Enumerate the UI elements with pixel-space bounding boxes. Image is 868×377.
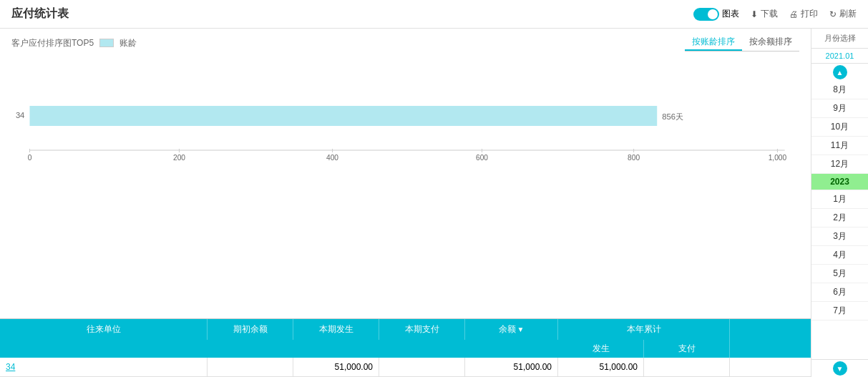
th-qichu: 期初余额 — [208, 319, 293, 340]
cell-nian-fasheng: 51,000.00 — [558, 358, 644, 376]
month-item[interactable]: 11月 — [811, 137, 868, 155]
chart-svg-wrap: 34 856天 0 200 400 600 800 1,000 — [0, 54, 811, 318]
month-item[interactable]: 9月 — [811, 99, 868, 118]
chart-toggle[interactable] — [693, 8, 719, 21]
month-item[interactable]: 3月 — [811, 227, 868, 246]
bar-chart: 34 856天 0 200 400 600 800 1,000 — [11, 57, 799, 172]
print-icon: 🖨 — [789, 9, 798, 19]
chart-header: 客户应付排序图TOP5 账龄 按账龄排序 按余额排序 — [0, 29, 811, 54]
print-button[interactable]: 🖨 打印 — [789, 8, 818, 20]
svg-text:1,000: 1,000 — [769, 154, 787, 162]
refresh-icon: ↻ — [829, 9, 837, 19]
table-area: 往来单位 期初余额 本期发生 本期支付 余额 ▼ — [0, 318, 811, 377]
month-item[interactable]: 8月 — [811, 81, 868, 99]
th-benqi-fasheng: 本期发生 — [293, 319, 379, 340]
month-item[interactable]: 1月 — [811, 190, 868, 209]
chart-area: 客户应付排序图TOP5 账龄 按账龄排序 按余额排序 34 856天 — [0, 29, 811, 377]
cell-benqi-zhifu — [379, 358, 465, 376]
download-icon: ⬇ — [751, 9, 758, 19]
print-label: 打印 — [801, 8, 818, 20]
nav-down-button[interactable]: ▼ — [833, 361, 847, 376]
sort-tabs: 按账龄排序 按余额排序 — [685, 34, 799, 52]
legend-box — [99, 39, 114, 47]
svg-text:800: 800 — [628, 154, 640, 162]
header: 应付统计表 图表 ⬇ 下载 🖨 打印 ↻ 刷新 — [0, 0, 868, 29]
svg-text:34: 34 — [16, 111, 24, 119]
month-item[interactable]: 12月 — [811, 155, 868, 174]
svg-text:400: 400 — [326, 154, 338, 162]
legend-box-label: 账龄 — [120, 37, 137, 49]
download-button[interactable]: ⬇ 下载 — [751, 8, 778, 20]
sidebar-title: 月份选择 — [811, 29, 868, 49]
main-content: 客户应付排序图TOP5 账龄 按账龄排序 按余额排序 34 856天 — [0, 29, 868, 377]
month-item[interactable]: 4月 — [811, 246, 868, 265]
th-nian-fasheng: 发生 — [558, 340, 644, 358]
table-row: 34 51,000.00 51,000.00 51,000.00 — [0, 358, 811, 377]
refresh-label: 刷新 — [839, 8, 857, 20]
th-yue: 余额 ▼ — [465, 319, 558, 340]
svg-text:856天: 856天 — [662, 112, 683, 121]
nav-up: ▲ — [811, 64, 868, 81]
cell-nian-zhifu — [644, 358, 730, 376]
chart-toggle-wrap: 图表 — [693, 8, 739, 21]
chart-legend: 客户应付排序图TOP5 账龄 — [11, 37, 137, 49]
cell-benqi-fasheng: 51,000.00 — [293, 358, 379, 376]
svg-text:200: 200 — [173, 154, 185, 162]
download-label: 下载 — [761, 8, 778, 20]
month-item[interactable]: 2月 — [811, 209, 868, 227]
th-unit: 往来单位 — [0, 319, 208, 340]
svg-rect-1 — [29, 106, 657, 126]
th-nian-main: 本年累计 — [558, 319, 730, 340]
month-item[interactable]: 7月 — [811, 302, 868, 320]
svg-text:0: 0 — [28, 154, 32, 162]
svg-text:600: 600 — [476, 154, 488, 162]
sort-tab-age[interactable]: 按账龄排序 — [685, 34, 742, 51]
th-nian-zhifu: 支付 — [644, 340, 730, 358]
nav-up-button[interactable]: ▲ — [833, 65, 847, 79]
legend-text: 客户应付排序图TOP5 — [11, 37, 94, 49]
page-title: 应付统计表 — [11, 6, 69, 21]
cell-unit: 34 — [0, 358, 208, 376]
nav-down: ▼ — [811, 359, 868, 377]
cell-qichu — [208, 358, 293, 376]
month-item[interactable]: 5月 — [811, 265, 868, 283]
sidebar-date[interactable]: 2021.01 — [811, 49, 868, 64]
month-item[interactable]: 6月 — [811, 283, 868, 302]
month-list: 8月9月10月11月12月20231月2月3月4月5月6月7月 — [811, 81, 868, 359]
sort-tab-balance[interactable]: 按余额排序 — [742, 34, 799, 51]
refresh-button[interactable]: ↻ 刷新 — [829, 8, 857, 20]
cell-yue: 51,000.00 — [465, 358, 558, 376]
th-benqi-zhifu: 本期支付 — [379, 319, 465, 340]
unit-link[interactable]: 34 — [6, 362, 15, 372]
month-item[interactable]: 10月 — [811, 118, 868, 137]
sidebar: 月份选择 2021.01 ▲ 8月9月10月11月12月20231月2月3月4月… — [811, 29, 868, 377]
month-item[interactable]: 2023 — [811, 174, 868, 190]
chart-toggle-label: 图表 — [722, 8, 739, 20]
header-actions: 图表 ⬇ 下载 🖨 打印 ↻ 刷新 — [693, 8, 857, 21]
